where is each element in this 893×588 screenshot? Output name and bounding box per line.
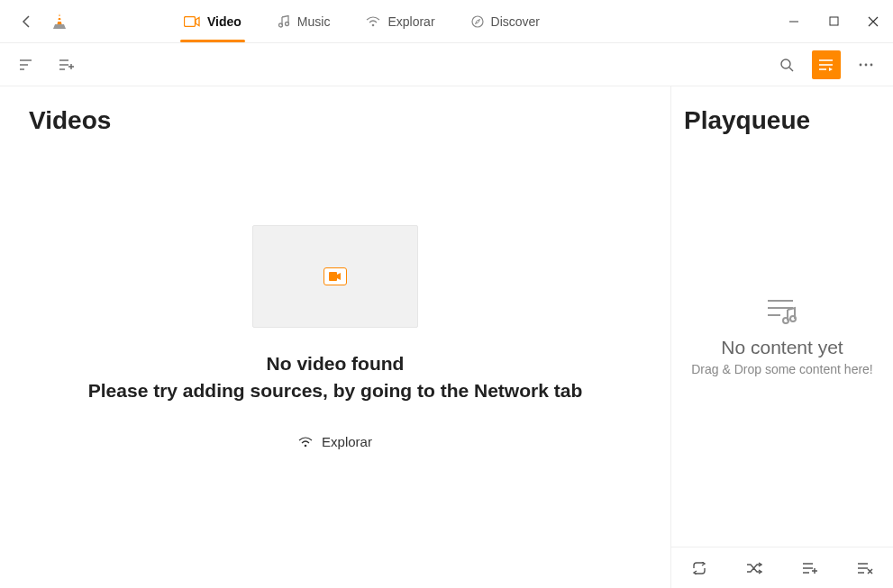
more-icon — [859, 63, 873, 67]
queue-clear-button[interactable] — [852, 556, 878, 581]
minimize-button[interactable] — [774, 0, 814, 42]
svg-rect-2 — [184, 16, 195, 26]
svg-point-22 — [870, 63, 873, 66]
playqueue-body: Playqueue No content yet Drag & Drop som… — [671, 86, 893, 547]
close-button[interactable] — [853, 0, 893, 42]
empty-title: No video found — [267, 353, 405, 375]
queue-clear-icon — [857, 562, 873, 574]
playqueue-empty-title: No content yet — [721, 337, 843, 358]
loop-button[interactable] — [687, 556, 712, 581]
titlebar: Video Music Explorar Discover — [0, 0, 893, 43]
vlc-logo-icon — [52, 14, 67, 30]
tab-label: Discover — [491, 14, 540, 29]
playqueue-icon — [818, 59, 834, 71]
sort-icon — [19, 59, 35, 71]
video-tab-icon — [184, 16, 200, 27]
sort-button[interactable] — [13, 50, 41, 79]
compass-icon — [471, 15, 484, 28]
search-button[interactable] — [772, 50, 801, 79]
shuffle-icon — [746, 562, 762, 574]
tab-label: Music — [297, 14, 331, 29]
tab-video[interactable]: Video — [184, 0, 241, 42]
empty-subtitle: Please try adding sources, by going to t… — [88, 380, 582, 402]
svg-rect-23 — [329, 272, 337, 281]
video-camera-icon — [323, 267, 347, 285]
playlist-add-icon — [59, 59, 75, 71]
playqueue-footer — [671, 547, 893, 588]
shuffle-button[interactable] — [742, 556, 767, 581]
tab-music[interactable]: Music — [278, 0, 331, 42]
svg-point-20 — [860, 63, 862, 66]
tab-label: Video — [207, 14, 241, 29]
video-placeholder-card — [252, 225, 418, 328]
search-icon — [779, 58, 794, 72]
tab-discover[interactable]: Discover — [471, 0, 540, 42]
back-button[interactable] — [14, 9, 40, 34]
tab-explorar[interactable]: Explorar — [366, 0, 434, 42]
videos-empty-state: No video found Please try adding sources… — [29, 106, 642, 568]
svg-line-16 — [789, 68, 793, 71]
playqueue-title: Playqueue — [684, 106, 880, 135]
loop-icon — [691, 562, 707, 574]
svg-point-4 — [285, 22, 288, 25]
wifi-icon — [366, 16, 380, 27]
svg-rect-0 — [58, 16, 61, 18]
explore-link-label: Explorar — [322, 434, 372, 449]
explore-link[interactable]: Explorar — [298, 434, 372, 449]
svg-point-5 — [372, 23, 375, 26]
playqueue-empty-subtitle: Drag & Drop some content here! — [691, 362, 873, 376]
playlist-add-button[interactable] — [52, 50, 81, 79]
svg-point-15 — [781, 59, 790, 68]
svg-rect-8 — [830, 17, 838, 25]
more-button[interactable] — [852, 50, 880, 79]
queue-add-icon — [802, 562, 818, 574]
close-icon — [868, 16, 879, 27]
content-area: Videos No video found Please try adding … — [0, 86, 893, 588]
svg-point-29 — [790, 316, 796, 321]
titlebar-left — [0, 9, 67, 34]
svg-point-6 — [472, 16, 483, 27]
playqueue-panel: Playqueue No content yet Drag & Drop som… — [670, 86, 893, 588]
playqueue-toggle-button[interactable] — [812, 50, 841, 79]
toolbar — [0, 43, 893, 86]
wifi-icon — [298, 437, 313, 448]
arrow-left-icon — [20, 14, 34, 29]
queue-add-button[interactable] — [797, 556, 823, 581]
minimize-icon — [788, 16, 799, 27]
svg-point-21 — [865, 63, 868, 66]
music-tab-icon — [278, 15, 290, 28]
maximize-icon — [829, 16, 839, 26]
main-tabs: Video Music Explorar Discover — [184, 0, 540, 42]
playlist-music-icon — [766, 297, 798, 324]
svg-point-24 — [305, 444, 307, 447]
playqueue-empty-state: No content yet Drag & Drop some content … — [684, 135, 880, 538]
tab-label: Explorar — [387, 14, 434, 29]
window-controls — [774, 0, 893, 42]
maximize-button[interactable] — [814, 0, 853, 42]
main-panel: Videos No video found Please try adding … — [0, 86, 670, 588]
svg-rect-1 — [58, 20, 62, 22]
